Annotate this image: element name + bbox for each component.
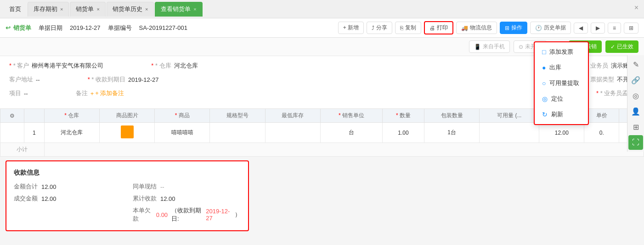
from-phone-label: 来自手机	[483, 43, 505, 51]
copy-icon: ⎘	[400, 25, 403, 31]
cumulative-value: 12.00	[160, 195, 175, 202]
ship-out-label: 出库	[549, 63, 561, 72]
row-product-img	[99, 123, 154, 143]
menu-ship-out[interactable]: ● 出库	[535, 60, 588, 75]
address-value: --	[36, 76, 40, 83]
menu-refresh[interactable]: ↻ 刷新	[535, 107, 588, 122]
tab-inventory-init[interactable]: 库存期初 ×	[28, 2, 69, 17]
cumulative-label: 累计收款	[133, 194, 157, 203]
balance-note-end: ）	[235, 211, 241, 219]
view1-button[interactable]: ≡	[608, 23, 621, 34]
customer-field: * * 客户 柳州粤港平安气体有限公司	[9, 62, 103, 70]
tab-home[interactable]: 首页	[4, 2, 27, 17]
row-settings	[0, 123, 24, 143]
locate-icon: ◎	[542, 95, 548, 103]
tab-view-sales[interactable]: 查看销货单 ×	[155, 2, 202, 17]
effective-button[interactable]: ✓ 已生效	[605, 40, 638, 53]
sidebar-edit-icon[interactable]: ✎	[628, 57, 643, 72]
row-product: 嘻嘻嘻嘻	[155, 123, 210, 143]
warehouse-value[interactable]: 河北仓库	[174, 62, 198, 70]
refresh-icon: ↻	[542, 111, 548, 118]
menu-locate[interactable]: ◎ 定位	[535, 91, 588, 107]
copy-button[interactable]: ⎘ 复制	[395, 22, 421, 34]
phone-icon: 📱	[474, 44, 481, 50]
row-warehouse: 河北仓库	[44, 123, 99, 143]
sales-rep-label: * * 业务员孟	[596, 89, 628, 97]
tab-sales-label: 销货单	[76, 5, 94, 13]
sidebar-table-icon[interactable]: ⊞	[628, 120, 643, 134]
add-note-icon: +	[90, 90, 94, 97]
logistics-button[interactable]: 🚚 物流信息	[456, 22, 497, 34]
menu-add-invoice[interactable]: □ 添加发票	[535, 44, 588, 60]
number-label: 单据编号	[108, 24, 132, 32]
row-min-stock	[265, 123, 320, 143]
due-date-label: * * 收款到期日	[88, 75, 125, 84]
view2-button[interactable]: ⊞	[624, 23, 638, 34]
new-button[interactable]: + 新增	[338, 22, 364, 34]
transaction-value: 12.00	[41, 195, 56, 202]
tab-sales-order[interactable]: 销货单 ×	[70, 2, 105, 17]
prev-button[interactable]: ◀	[574, 23, 588, 34]
payment-info: 收款信息 金额合计 12.00 同单现结 -- 成交金额 12.00 累计收款 …	[6, 160, 249, 231]
sidebar-user-icon[interactable]: 👤	[628, 104, 643, 119]
row-unit-price: 0.	[584, 123, 619, 143]
project-field: 项目 --	[9, 89, 28, 97]
operations-button[interactable]: ⊞ 操作	[500, 22, 527, 34]
balance-note: （收款到期日:	[171, 206, 202, 223]
sidebar-circle-icon[interactable]: ◎	[628, 88, 643, 103]
balance-spacer	[14, 206, 122, 223]
share-icon: ⤴	[372, 25, 374, 31]
operations-label: 操作	[511, 24, 522, 32]
add-note-button[interactable]: + + 添加备注	[90, 89, 124, 97]
single-settlement-row: 同单现结 --	[133, 182, 241, 191]
toolbar: ↩ 销货单 单据日期 2019-12-27 单据编号 SA-20191227-0…	[0, 18, 644, 38]
refresh-label: 刷新	[551, 110, 563, 119]
address-field: 客户地址 --	[9, 75, 40, 84]
address-label: 客户地址	[9, 75, 33, 84]
balance-date: 2019-12-27	[206, 208, 231, 222]
note-label: 备注	[76, 89, 88, 97]
window-close-button[interactable]: ×	[634, 4, 638, 12]
row-qty: 1.00	[383, 123, 424, 143]
sidebar-link-icon[interactable]: 🔗	[628, 73, 643, 87]
add-note-label: + 添加备注	[95, 89, 124, 97]
tab-sales-close[interactable]: ×	[96, 6, 99, 12]
share-button[interactable]: ⤴ 分享	[367, 22, 392, 34]
subtotal-label: 小计	[0, 143, 45, 157]
copy-label: 复制	[405, 24, 416, 32]
cumulative-row: 累计收款 12.00	[133, 194, 241, 203]
history-button[interactable]: 🕐 历史单据	[530, 22, 571, 34]
doc-type-symbol: ↩	[6, 24, 11, 31]
row-spec	[210, 123, 265, 143]
subtotal-row: 小计	[0, 143, 644, 157]
from-phone-button[interactable]: 📱 来自手机	[469, 40, 510, 53]
operations-dropdown: □ 添加发票 ● 出库 ○ 可用量提取 ◎ 定位 ↻ 刷新	[534, 41, 589, 125]
history-icon: 🕐	[535, 25, 542, 31]
tab-inventory-close[interactable]: ×	[60, 6, 63, 12]
due-date-value[interactable]: 2019-12-27	[128, 76, 159, 83]
menu-available-qty[interactable]: ○ 可用量提取	[535, 75, 588, 91]
total-row: 金额合计 12.00	[14, 182, 122, 191]
balance-value: 0.00	[156, 211, 168, 218]
print-label: 打印	[437, 24, 448, 32]
subtotal-values	[44, 143, 644, 157]
number-value: SA-20191227-001	[139, 24, 188, 31]
print-button[interactable]: 🖨 打印	[424, 21, 453, 34]
table-row: 1 河北仓库 嘻嘻嘻嘻 台 1.00 1台 12.00 0.	[0, 123, 644, 143]
payment-grid: 金额合计 12.00 同单现结 -- 成交金额 12.00 累计收款 12.00…	[14, 182, 241, 223]
customer-value[interactable]: 柳州粤港平安气体有限公司	[32, 62, 103, 70]
tab-history-close[interactable]: ×	[145, 6, 148, 12]
tab-view-close[interactable]: ×	[193, 6, 196, 12]
tab-sales-history[interactable]: 销货单历史 ×	[107, 2, 154, 17]
col-unit: * 销售单位	[321, 109, 383, 123]
sidebar-expand-icon[interactable]: ⛶	[628, 135, 643, 150]
col-product-img: 商品图片	[99, 109, 154, 123]
col-settings[interactable]: ⚙	[0, 109, 24, 123]
tab-history-label: 销货单历史	[113, 5, 142, 13]
col-warehouse: * 仓库	[44, 109, 99, 123]
col-spec: 规格型号	[210, 109, 265, 123]
print-icon: 🖨	[429, 25, 435, 31]
row-pack-qty: 1台	[424, 123, 479, 143]
next-button[interactable]: ▶	[591, 23, 605, 34]
transaction-label: 成交金额	[14, 194, 38, 203]
